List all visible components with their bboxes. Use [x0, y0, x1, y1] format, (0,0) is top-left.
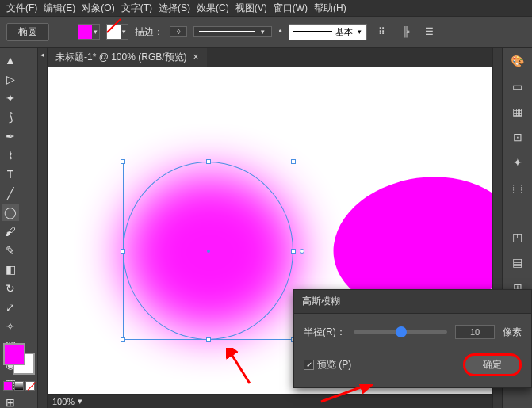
points-icon[interactable]: ⠿: [373, 23, 391, 40]
lasso-tool-icon[interactable]: ⟆: [2, 109, 19, 126]
mesh-tool-icon[interactable]: ⊞: [2, 394, 19, 408]
menu-view[interactable]: 视图(V): [235, 2, 267, 15]
stroke-panel-icon[interactable]: ⬚: [509, 179, 526, 196]
brush-tool-icon[interactable]: 🖌: [2, 223, 19, 240]
resize-handle-bl[interactable]: [121, 337, 125, 342]
swatches-panel-icon[interactable]: ▦: [509, 103, 526, 120]
resize-handle-bm[interactable]: [206, 337, 211, 342]
stroke-weight[interactable]: ◊: [170, 26, 187, 37]
center-point-icon: [207, 250, 210, 253]
align-icon[interactable]: ╠: [397, 23, 415, 40]
stroke-swatch[interactable]: ▾: [106, 24, 128, 40]
document-tab[interactable]: 未标题-1* @ 100% (RGB/预览) ×: [48, 48, 207, 67]
line-tool-icon[interactable]: ╱: [2, 185, 19, 202]
preview-checkbox[interactable]: ✓ 预览 (P): [304, 358, 351, 372]
selection-bounding-box: [123, 162, 293, 340]
close-tab-icon[interactable]: ×: [193, 51, 199, 63]
brushes-panel-icon[interactable]: ⊡: [509, 128, 526, 146]
scale-tool-icon[interactable]: ⤢: [2, 299, 19, 316]
fill-swatch[interactable]: ▾: [78, 24, 100, 40]
radius-input[interactable]: [455, 325, 495, 339]
resize-handle-mr[interactable]: [291, 249, 296, 254]
width-tool-icon[interactable]: ✧: [2, 318, 19, 335]
menu-effect[interactable]: 效果(C): [197, 2, 229, 15]
status-bar: 100% ▾: [48, 394, 492, 408]
align-panel-icon[interactable]: ▤: [509, 254, 526, 271]
check-icon: ✓: [304, 360, 314, 370]
color-panel-icon[interactable]: 🎨: [509, 52, 526, 70]
list-icon[interactable]: ☰: [421, 23, 438, 40]
mini-swatch-gradient[interactable]: [14, 381, 24, 391]
ok-button[interactable]: 确定: [463, 353, 522, 376]
menu-help[interactable]: 帮助(H): [314, 2, 346, 15]
unit-label: 像素: [503, 326, 522, 339]
mini-swatch-none[interactable]: [25, 381, 35, 391]
shape-name[interactable]: 椭圆: [6, 23, 49, 41]
annotation-arrow-icon: [226, 348, 258, 387]
pencil-tool-icon[interactable]: ✎: [2, 242, 19, 259]
svg-line-0: [230, 352, 250, 383]
type-tool-icon[interactable]: T: [2, 166, 19, 183]
properties-panel-icon[interactable]: ▭: [509, 78, 526, 95]
rotate-tool-icon[interactable]: ↻: [2, 280, 19, 297]
gaussian-blur-dialog: 高斯模糊 半径(R)： 像素 ✓ 预览 (P) 确定: [293, 289, 532, 388]
resize-handle-tm[interactable]: [206, 159, 211, 164]
zoom-dropdown-icon[interactable]: ▾: [78, 396, 82, 406]
foreground-color-swatch[interactable]: [3, 343, 25, 365]
menu-file[interactable]: 文件(F): [6, 2, 37, 15]
symbols-panel-icon[interactable]: ✦: [509, 154, 526, 171]
menu-text[interactable]: 文字(T): [121, 2, 152, 15]
selection-tool-icon[interactable]: ▲: [2, 51, 19, 69]
radius-slider[interactable]: [354, 330, 447, 334]
stroke-label: 描边：: [135, 25, 163, 39]
resize-handle-tl[interactable]: [121, 159, 125, 164]
svg-line-1: [321, 386, 365, 402]
resize-handle-tr[interactable]: [291, 159, 296, 164]
eraser-tool-icon[interactable]: ◧: [2, 261, 19, 278]
wand-tool-icon[interactable]: ✦: [2, 90, 19, 107]
pen-tool-icon[interactable]: ✒: [2, 128, 19, 145]
menu-select[interactable]: 选择(S): [159, 2, 190, 15]
document-tabs: 未标题-1* @ 100% (RGB/预览) ×: [48, 48, 492, 67]
radius-label: 半径(R)：: [304, 326, 346, 339]
nav-panel-icon[interactable]: ◰: [509, 228, 526, 246]
left-collapse-strip[interactable]: ◂: [38, 48, 48, 408]
ellipse-tool-icon[interactable]: ◯: [2, 204, 19, 221]
resize-handle-ml[interactable]: [121, 249, 125, 254]
annotation-arrow-dialog-icon: [317, 384, 373, 404]
menu-object[interactable]: 对象(O): [82, 2, 114, 15]
bullet-icon: •: [278, 26, 281, 37]
curve-tool-icon[interactable]: ⌇: [2, 147, 19, 164]
direct-selection-tool-icon[interactable]: ▷: [2, 71, 19, 88]
mini-swatch-fill[interactable]: [3, 381, 13, 391]
options-bar: 椭圆 ▾ ▾ 描边： ◊ ▾ • 基本▾ ⠿ ╠ ☰: [0, 16, 532, 48]
stroke-style[interactable]: ▾: [193, 26, 272, 37]
document-title: 未标题-1* @ 100% (RGB/预览): [55, 51, 187, 64]
menu-edit[interactable]: 编辑(E): [44, 2, 75, 15]
zoom-level[interactable]: 100%: [52, 397, 75, 406]
menu-window[interactable]: 窗口(W): [274, 2, 308, 15]
side-anchor-icon[interactable]: [300, 249, 304, 254]
slider-thumb[interactable]: [396, 326, 407, 337]
stroke-basic[interactable]: 基本▾: [289, 24, 367, 40]
color-picker: [3, 343, 38, 391]
preview-label: 预览 (P): [317, 358, 351, 372]
menubar: 文件(F) 编辑(E) 对象(O) 文字(T) 选择(S) 效果(C) 视图(V…: [0, 0, 532, 16]
dialog-title: 高斯模糊: [294, 290, 531, 314]
